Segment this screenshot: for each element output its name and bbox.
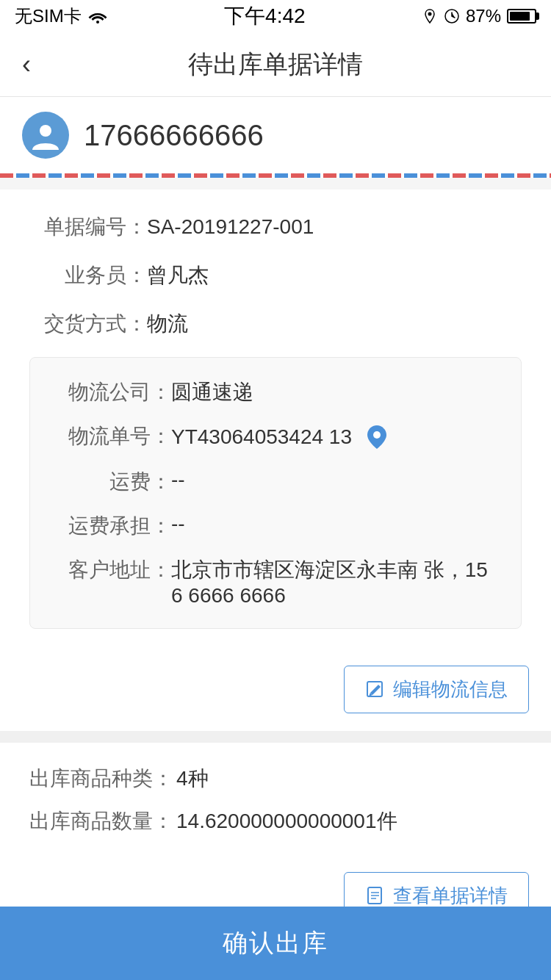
- section-divider: [0, 731, 551, 743]
- user-icon: [29, 119, 62, 151]
- delivery-value: 物流: [147, 309, 522, 339]
- logistics-address-label: 客户地址：: [54, 556, 171, 584]
- svg-point-4: [373, 431, 381, 439]
- page-title: 待出库单据详情: [188, 48, 363, 82]
- avatar: [22, 112, 69, 159]
- logistics-company-label: 物流公司：: [54, 378, 171, 406]
- battery-percent: 87%: [466, 6, 501, 26]
- goods-type-value: 4种: [176, 765, 209, 793]
- battery-icon: [507, 9, 536, 24]
- logistics-freight-label: 运费：: [54, 468, 171, 496]
- logistics-freight-bearer-label: 运费承担：: [54, 512, 171, 540]
- status-icons: 87%: [422, 6, 536, 26]
- edit-btn-label: 编辑物流信息: [393, 677, 508, 702]
- logistics-address-row: 客户地址： 北京市市辖区海淀区永丰南 张，156 6666 6666: [54, 556, 497, 608]
- goods-quantity-row: 出库商品数量： 14.620000000000001件: [29, 807, 522, 835]
- clock-icon: [444, 8, 460, 24]
- order-no-value: SA-20191227-001: [147, 212, 522, 242]
- back-button[interactable]: ‹: [22, 49, 31, 80]
- goods-type-row: 出库商品种类： 4种: [29, 765, 522, 793]
- view-btn-label: 查看单据详情: [393, 883, 508, 909]
- logistics-freight-bearer-row: 运费承担： --: [54, 512, 497, 540]
- phone-number: 17666666666: [84, 119, 264, 152]
- logistics-tracking-value: YT43064053424 13: [171, 422, 497, 452]
- order-no-label: 单据编号：: [29, 212, 147, 242]
- confirm-button[interactable]: 确认出库: [223, 926, 328, 960]
- goods-type-label: 出库商品种类：: [29, 765, 176, 793]
- document-icon: [365, 886, 386, 907]
- bottom-bar: 确认出库: [0, 907, 551, 980]
- logistics-company-value: 圆通速递: [171, 378, 497, 406]
- delivery-row: 交货方式： 物流: [29, 309, 522, 339]
- logistics-company-row: 物流公司： 圆通速递: [54, 378, 497, 406]
- edit-logistics-button[interactable]: 编辑物流信息: [344, 666, 529, 713]
- goods-quantity-value: 14.620000000000001件: [176, 807, 397, 835]
- logistics-tracking-row: 物流单号： YT43064053424 13: [54, 422, 497, 452]
- edit-icon: [365, 680, 386, 700]
- logistics-tracking-label: 物流单号：: [54, 422, 171, 450]
- logistics-freight-row: 运费： --: [54, 468, 497, 496]
- status-time: 下午4:42: [224, 2, 306, 30]
- goods-section: 出库商品种类： 4种 出库商品数量： 14.620000000000001件: [0, 743, 551, 857]
- salesman-row: 业务员： 曾凡杰: [29, 260, 522, 291]
- header-section: 17666666666: [0, 97, 551, 173]
- order-info-section: 单据编号： SA-20191227-001 业务员： 曾凡杰 交货方式： 物流 …: [0, 190, 551, 651]
- status-bar: 无SIM卡 下午4:42 87%: [0, 0, 551, 32]
- salesman-label: 业务员：: [29, 260, 147, 291]
- location-pin-icon: [365, 424, 389, 450]
- order-no-row: 单据编号： SA-20191227-001: [29, 212, 522, 242]
- tracking-number-text: YT43064053424 13: [171, 425, 352, 449]
- logistics-freight-value: --: [171, 468, 497, 491]
- wifi-icon: [87, 9, 108, 24]
- nav-bar: ‹ 待出库单据详情: [0, 32, 551, 97]
- logistics-address-value: 北京市市辖区海淀区永丰南 张，156 6666 6666: [171, 556, 497, 608]
- edit-btn-wrap: 编辑物流信息: [0, 651, 551, 731]
- logistics-freight-bearer-value: --: [171, 512, 497, 536]
- striped-divider: [0, 173, 551, 178]
- salesman-value: 曾凡杰: [147, 260, 522, 291]
- svg-point-3: [40, 125, 51, 137]
- svg-point-1: [428, 12, 431, 16]
- svg-point-0: [96, 21, 99, 24]
- carrier-text: 无SIM卡: [15, 4, 82, 28]
- logistics-card: 物流公司： 圆通速递 物流单号： YT43064053424 13 运费： --…: [29, 357, 522, 629]
- tracking-location-pin[interactable]: [362, 422, 392, 452]
- delivery-label: 交货方式：: [29, 309, 147, 339]
- status-carrier: 无SIM卡: [15, 4, 108, 28]
- location-icon: [422, 8, 438, 24]
- goods-quantity-label: 出库商品数量：: [29, 807, 176, 835]
